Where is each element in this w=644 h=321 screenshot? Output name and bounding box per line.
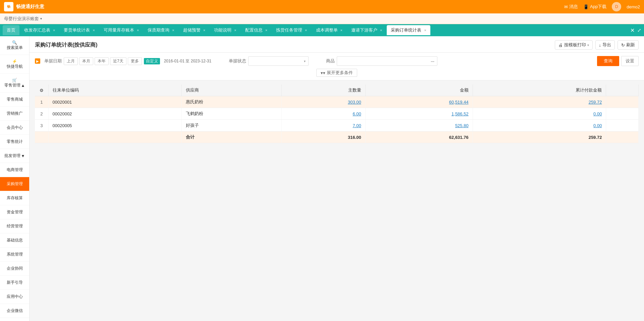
tab-close-chaoChu[interactable]: × xyxy=(203,28,205,32)
sidebar-item-wholesale[interactable]: 批发管理 ▼ xyxy=(0,149,29,163)
avatar[interactable]: D xyxy=(612,2,621,11)
refresh-icon: ↻ xyxy=(621,43,625,48)
sidebar-item-vip[interactable]: 畅会员 xyxy=(0,318,29,321)
sidebar-item-purchase[interactable]: 采购管理 xyxy=(0,177,29,191)
nav-tabs-right: ✕ ⤢ xyxy=(630,27,641,34)
sidebar-item-quick[interactable]: ⚡ 快捷导航 xyxy=(0,55,29,74)
tab-chaoChu[interactable]: 超储预警 × xyxy=(179,25,209,35)
goods-input-dots: ··· xyxy=(431,59,434,64)
shortcut-this-month[interactable]: 本月 xyxy=(79,57,93,65)
footer-qty: 316.00 xyxy=(281,131,365,143)
tab-keyongLiang[interactable]: 可用量库存账本 × xyxy=(100,25,143,35)
shortcut-this-year[interactable]: 本年 xyxy=(95,57,109,65)
workspace-selector[interactable]: 母婴行业演示账套 ▾ xyxy=(4,16,42,22)
sidebar-item-inventory[interactable]: 库存核算 xyxy=(0,191,29,205)
tab-yaohuoDan[interactable]: 要货单统计表 × xyxy=(60,25,99,35)
tab-home[interactable]: 首页 xyxy=(3,25,19,35)
tab-close-yaohuoDan[interactable]: × xyxy=(93,28,95,32)
sidebar-item-app-center[interactable]: 应用中心 xyxy=(0,290,29,304)
tab-chengben[interactable]: 成本调整单 × xyxy=(312,25,346,35)
sidebar-item-retail[interactable]: 🛒 零售管理 ▲ xyxy=(0,74,29,93)
row-extra-3 xyxy=(606,120,639,131)
nav-expand-button[interactable]: ⤢ xyxy=(637,28,641,33)
sidebar-item-retail-stat[interactable]: 零售统计 xyxy=(0,135,29,149)
table-row: 2 00020002 飞鹤奶粉 6.00 1,586.52 xyxy=(35,108,639,120)
logo-area: 畅 畅捷通好生意 xyxy=(4,2,44,11)
table-header-row: ⚙ 往来单位编码 供应商 主数量 金额 xyxy=(35,85,639,96)
tab-close-gongneng[interactable]: × xyxy=(234,28,236,32)
app-download-button[interactable]: 📱 App下载 xyxy=(583,4,606,10)
goods-input[interactable]: ··· xyxy=(337,56,437,66)
row-amount-3[interactable]: 525.80 xyxy=(365,120,473,131)
username[interactable]: demo2 xyxy=(627,4,640,9)
sidebar-item-member[interactable]: 会员中心 xyxy=(0,121,29,135)
tab-close-keyongLiang[interactable]: × xyxy=(137,28,139,32)
refresh-button[interactable]: ↻ 刷新 xyxy=(618,40,639,50)
tab-peizhi[interactable]: 配置信息 × xyxy=(241,25,271,35)
tab-close-peizhi[interactable]: × xyxy=(265,28,267,32)
row-amount-1[interactable]: 60,519.44 xyxy=(365,96,473,108)
tab-gongneng[interactable]: 功能说明 × xyxy=(210,25,240,35)
shortcut-7days[interactable]: 近7天 xyxy=(110,57,126,65)
tab-yaoqing[interactable]: 邀请下游客户 × xyxy=(347,25,386,35)
col-code-header: 往来单位编码 xyxy=(48,85,182,96)
tab-close-yaoqing[interactable]: × xyxy=(380,28,382,32)
tab-caigou[interactable]: 采购订单统计表 × xyxy=(387,25,430,35)
print-button[interactable]: 🖨 按模板打印 ▾ xyxy=(555,40,593,50)
row-amount-2[interactable]: 1,586.52 xyxy=(365,108,473,120)
shortcut-last-month[interactable]: 上月 xyxy=(64,57,78,65)
nav-close-button[interactable]: ✕ xyxy=(630,27,635,34)
sidebar-item-system[interactable]: 系统管理 xyxy=(0,248,29,262)
layout: 🔍 搜索菜单 ⚡ 快捷导航 🛒 零售管理 ▲ 零售商城 营销推广 会员中心 零售… xyxy=(0,36,644,321)
tab-baoquan[interactable]: 保质期查询 × xyxy=(144,25,178,35)
tab-shoufaHuizong[interactable]: 收发存汇总表 × xyxy=(20,25,59,35)
sidebar-item-wechat[interactable]: 企业微信 xyxy=(0,304,29,318)
row-paid-2[interactable]: 0.00 xyxy=(473,108,606,120)
export-button[interactable]: ↓ 导出 xyxy=(595,40,615,50)
sidebar-item-basic[interactable]: 基础信息 xyxy=(0,233,29,248)
tab-kuoHuo[interactable]: 拣货任务管理 × xyxy=(272,25,311,35)
top-bar: 畅 畅捷通好生意 ✉ 消息 📱 App下载 D demo2 xyxy=(0,0,644,13)
row-qty-2[interactable]: 6.00 xyxy=(281,108,365,120)
gear-icon[interactable]: ⚙ xyxy=(40,88,44,93)
query-button[interactable]: 查询 xyxy=(597,56,619,66)
sidebar-item-operation[interactable]: 经营管理 xyxy=(0,219,29,233)
print-icon: 🖨 xyxy=(558,43,563,48)
data-table: ⚙ 往来单位编码 供应商 主数量 金额 xyxy=(35,85,639,143)
tab-close-kuoHuo[interactable]: × xyxy=(305,28,307,32)
col-extra-header xyxy=(606,85,639,96)
table-footer-row: 合计 316.00 62,631.76 259.72 xyxy=(35,131,639,143)
row-code-2: 00020002 xyxy=(48,108,182,120)
col-supplier-header: 供应商 xyxy=(182,85,281,96)
goods-label: 商品 xyxy=(326,58,335,64)
filter-toggle[interactable]: ▶ xyxy=(35,58,40,64)
workspace-chevron: ▾ xyxy=(40,17,42,20)
sidebar-item-newbie[interactable]: 新手引导 xyxy=(0,276,29,290)
tab-close-baoquan[interactable]: × xyxy=(172,28,174,32)
status-select[interactable]: ▾ xyxy=(248,56,309,66)
row-code-1: 00020001 xyxy=(48,96,182,108)
table-area: ⚙ 往来单位编码 供应商 主数量 金额 xyxy=(30,81,644,321)
tab-close-caigou[interactable]: × xyxy=(424,28,426,32)
sidebar-item-search[interactable]: 🔍 搜索菜单 xyxy=(0,36,29,55)
footer-empty-2 xyxy=(48,131,182,143)
setting-button[interactable]: 设置 xyxy=(621,56,639,66)
row-qty-1[interactable]: 303.00 xyxy=(281,96,365,108)
custom-date-badge[interactable]: 自定义 xyxy=(144,58,160,64)
sidebar-item-finance[interactable]: 资金管理 xyxy=(0,205,29,219)
message-button[interactable]: ✉ 消息 xyxy=(564,4,578,10)
shortcut-more[interactable]: 更多 xyxy=(128,57,142,65)
tab-close-shoufaHuizong[interactable]: × xyxy=(53,28,55,32)
sidebar-item-retail-mall[interactable]: 零售商城 xyxy=(0,93,29,107)
footer-label: 合计 xyxy=(182,131,281,143)
row-paid-3[interactable]: 0.00 xyxy=(473,120,606,131)
sidebar-item-marketing[interactable]: 营销推广 xyxy=(0,107,29,121)
table-row: 3 00020005 好孩子 7.00 525.80 xyxy=(35,120,639,131)
row-paid-1[interactable]: 259.72 xyxy=(473,96,606,108)
sidebar-item-enterprise[interactable]: 企业协同 xyxy=(0,262,29,276)
row-qty-3[interactable]: 7.00 xyxy=(281,120,365,131)
tab-close-chengben[interactable]: × xyxy=(340,28,342,32)
expand-more-button[interactable]: ▾▾ 展开更多条件 xyxy=(316,69,357,77)
sidebar-item-ecommerce[interactable]: 电商管理 xyxy=(0,163,29,177)
status-label: 单据状态 xyxy=(229,58,246,64)
